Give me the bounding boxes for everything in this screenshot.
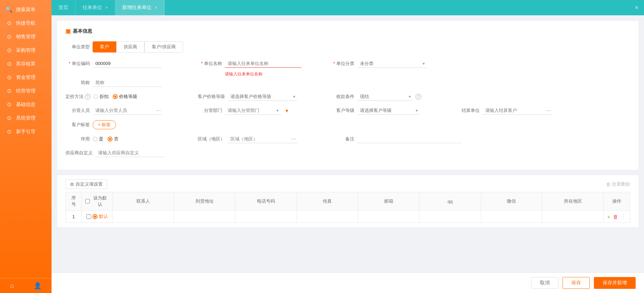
- sidebar-item-sales[interactable]: ⊙ 销售管理: [0, 30, 52, 43]
- unit-name-input[interactable]: [225, 59, 301, 68]
- sales-icon: ⊙: [6, 33, 13, 40]
- price-level-select-wrapper: 请选择客户价格等级: [228, 92, 297, 101]
- manager-row: 分管人员 ··· 分管部门 ▾ 客户等级: [65, 106, 630, 115]
- pricing-discount-radio[interactable]: [93, 94, 98, 99]
- disabled-no[interactable]: 否: [108, 136, 118, 142]
- tab-home[interactable]: 首页: [52, 0, 76, 15]
- settlement-input[interactable]: [482, 106, 545, 114]
- address-input[interactable]: [180, 214, 229, 219]
- tab-new-partner-close[interactable]: ×: [155, 5, 157, 10]
- table-header-row: 序号 设为默认 联系人 到货地址 电话号码 传真 邮箱 qq: [66, 192, 630, 211]
- manager-more-btn[interactable]: ···: [155, 107, 162, 114]
- row-fax: [297, 211, 358, 223]
- tab-partner[interactable]: 往来单位 ×: [76, 0, 115, 15]
- batch-delete-button[interactable]: 🗑 批量删除: [606, 181, 630, 187]
- col-index: 序号: [66, 192, 82, 211]
- row-checkbox[interactable]: [86, 214, 91, 219]
- sidebar-item-guide[interactable]: ⊙ 新手引导: [0, 125, 52, 138]
- unit-code-input[interactable]: [93, 59, 162, 68]
- main-area: 首页 往来单位 × 新增往来单位 × × ▣ 基本信息 单位类型 客户: [52, 0, 644, 293]
- row-address: [174, 211, 235, 223]
- unit-type-field: 单位类型 客户 供应商 客户/供应商: [65, 41, 183, 52]
- sidebar-item-basic[interactable]: ⊙ 基础信息: [0, 98, 52, 111]
- payment-terms-select[interactable]: 现结: [357, 92, 413, 101]
- row-default: 默认: [81, 211, 112, 223]
- basic-icon: ⊙: [6, 101, 13, 108]
- scroll-handle[interactable]: ⋮: [621, 213, 626, 220]
- contact-input[interactable]: [119, 214, 168, 219]
- col-fax: 传真: [297, 192, 358, 211]
- sidebar-item-inventory[interactable]: ⊙ 库存核算: [0, 57, 52, 71]
- department-field: 分管部门 ▾: [198, 106, 330, 115]
- disabled-yes-radio[interactable]: [93, 137, 97, 141]
- department-more-btn[interactable]: ▾: [284, 107, 290, 114]
- unit-category-label: 单位分类: [330, 60, 354, 67]
- payment-terms-help-icon[interactable]: ?: [416, 94, 421, 99]
- select-all-checkbox[interactable]: [85, 199, 90, 204]
- qq-input[interactable]: [426, 214, 474, 219]
- department-label: 分管部门: [198, 107, 222, 114]
- cancel-button[interactable]: 取消: [531, 277, 558, 289]
- region-input[interactable]: [228, 135, 290, 143]
- custom-settings-button[interactable]: ⚙ 自定义项设置: [65, 179, 107, 189]
- row-wechat: [481, 211, 542, 223]
- add-row-button[interactable]: +: [607, 214, 610, 220]
- disabled-field: 停用 是 否: [65, 136, 198, 142]
- save-button[interactable]: 保存: [563, 277, 590, 289]
- sidebar-item-quick-nav[interactable]: ⊙ 快捷导航: [0, 16, 52, 30]
- sidebar-user-icon[interactable]: 👤: [34, 282, 41, 290]
- tab-partner-close[interactable]: ×: [105, 5, 108, 10]
- settlement-more-btn[interactable]: ···: [545, 107, 552, 114]
- short-name-input[interactable]: [93, 79, 162, 87]
- customer-level-select[interactable]: 请选择客户等级: [357, 106, 420, 115]
- pricing-level-radio[interactable]: [113, 94, 118, 99]
- pricing-method-label: 定价方法 ?: [65, 93, 91, 100]
- footer: 取消 保存 保存并新增: [52, 272, 644, 293]
- pricing-method-field: 定价方法 ? 折扣 价格等级: [65, 93, 198, 100]
- unit-type-both[interactable]: 客户/供应商: [144, 41, 183, 52]
- supplier-custom-input[interactable]: [95, 149, 165, 157]
- customer-level-field: 客户等级 请选择客户等级: [330, 106, 455, 115]
- manager-input[interactable]: [93, 106, 155, 114]
- row-default-radio-item[interactable]: 默认: [93, 213, 108, 220]
- disabled-region-row: 停用 是 否 区域（地区）: [65, 135, 630, 143]
- sidebar-item-operation[interactable]: ⊙ 经营管理: [0, 84, 52, 98]
- row-default-radio[interactable]: [93, 214, 97, 219]
- sidebar-home-icon[interactable]: ⌂: [10, 282, 14, 290]
- tabs-close-all[interactable]: ×: [629, 0, 644, 15]
- unit-code-label: 单位编码: [65, 60, 90, 67]
- email-input[interactable]: [364, 214, 413, 219]
- save-new-button[interactable]: 保存并新增: [594, 277, 636, 289]
- sidebar-item-purchase[interactable]: ⊙ 采购管理: [0, 43, 52, 57]
- unit-code-field: 单位编码: [65, 59, 198, 68]
- col-location: 所在地区: [542, 192, 603, 211]
- sidebar-item-search[interactable]: 🔍 搜索菜单: [0, 3, 52, 16]
- unit-type-customer[interactable]: 客户: [93, 41, 116, 52]
- sidebar-item-system[interactable]: ⊙ 系统管理: [0, 111, 52, 125]
- pricing-help-icon[interactable]: ?: [85, 94, 91, 99]
- unit-type-supplier[interactable]: 供应商: [116, 41, 144, 52]
- department-input[interactable]: [225, 106, 281, 115]
- row-contact: [112, 211, 174, 223]
- disabled-yes[interactable]: 是: [93, 136, 103, 142]
- payment-terms-label: 收款条件: [330, 93, 354, 100]
- disabled-no-radio[interactable]: [108, 137, 112, 141]
- unit-category-select[interactable]: 未分类: [357, 59, 427, 68]
- remark-input[interactable]: [357, 135, 462, 143]
- row-index: 1: [66, 211, 82, 223]
- sidebar-item-finance[interactable]: ⊙ 资金管理: [0, 71, 52, 84]
- operation-icon: ⊙: [6, 88, 13, 94]
- price-level-label: 客户价格等级: [198, 93, 225, 100]
- add-tag-button[interactable]: + 标签: [93, 120, 116, 129]
- fax-input[interactable]: [303, 214, 352, 219]
- tab-new-partner[interactable]: 新增往来单位 ×: [115, 0, 165, 15]
- delete-row-button[interactable]: 🗑: [613, 214, 618, 220]
- pricing-discount[interactable]: 折扣: [93, 93, 109, 100]
- pricing-level[interactable]: 价格等级: [113, 93, 137, 100]
- wechat-input[interactable]: [487, 214, 536, 219]
- region-more-btn[interactable]: ···: [290, 136, 297, 142]
- phone-input[interactable]: [242, 214, 290, 219]
- unit-name-label: 单位名称: [198, 60, 222, 67]
- location-input[interactable]: [549, 214, 597, 219]
- price-level-select[interactable]: 请选择客户价格等级: [228, 92, 297, 101]
